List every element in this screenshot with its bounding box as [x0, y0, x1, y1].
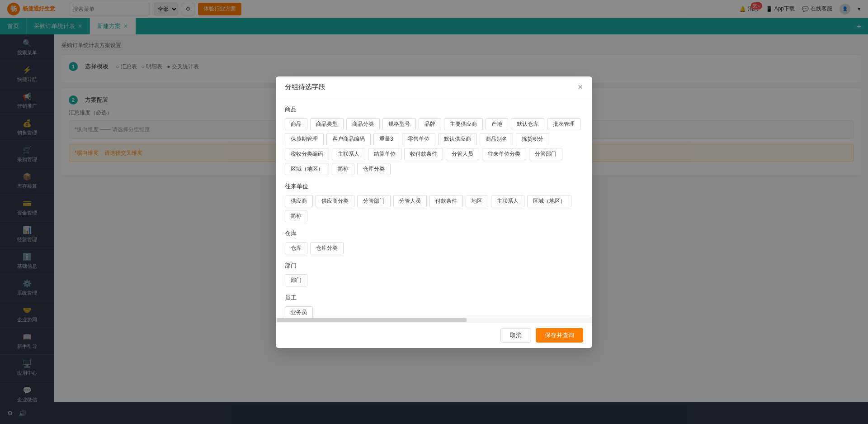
modal-footer: 取消 保存并查询 [276, 322, 592, 348]
field-tag-contacts-0[interactable]: 供应商 [285, 195, 313, 207]
field-tag-contacts-2[interactable]: 分管部门 [357, 195, 391, 207]
field-tag-warehouse-1[interactable]: 仓库分类 [310, 242, 344, 254]
section-employee: 员工 业务员 [285, 294, 583, 318]
field-tag-product-7[interactable]: 默认仓库 [511, 118, 544, 130]
section-employee-title: 员工 [285, 294, 583, 302]
section-warehouse-title: 仓库 [285, 229, 583, 238]
field-tag-product-23[interactable]: 区域（地区） [285, 163, 329, 175]
field-tag-contacts-6[interactable]: 主联系人 [491, 195, 524, 207]
section-contacts: 往来单位 供应商 供应商分类 分管部门 分管人员 付款条件 地区 主联系人 区域… [285, 182, 583, 222]
field-tag-product-16[interactable]: 税收分类编码 [285, 148, 329, 160]
field-tag-product-6[interactable]: 产地 [486, 118, 508, 130]
confirm-button[interactable]: 保存并查询 [536, 328, 583, 343]
field-tag-product-21[interactable]: 往来单位分类 [482, 148, 526, 160]
field-tag-product-3[interactable]: 规格型号 [382, 118, 416, 130]
section-department-fields: 部门 [285, 274, 583, 286]
field-tag-product-13[interactable]: 默认供应商 [438, 133, 477, 145]
field-tag-contacts-1[interactable]: 供应商分类 [316, 195, 354, 207]
field-tag-contacts-8[interactable]: 简称 [285, 210, 307, 222]
modal-title: 分组待选字段 [285, 83, 326, 91]
section-department: 部门 部门 [285, 262, 583, 286]
section-product-fields: 商品 商品类型 商品分类 规格型号 品牌 主要供应商 产地 默认仓库 批次管理 … [285, 118, 583, 175]
field-tag-product-19[interactable]: 收付款条件 [404, 148, 443, 160]
section-warehouse: 仓库 仓库 仓库分类 [285, 229, 583, 254]
field-tag-product-20[interactable]: 分管人员 [446, 148, 479, 160]
modal-overlay: 分组待选字段 ✕ 商品 商品 商品类型 商品分类 规格型号 品牌 主要供应商 产… [0, 0, 868, 424]
field-tag-product-10[interactable]: 客户商品编码 [326, 133, 371, 145]
field-tag-contacts-4[interactable]: 付款条件 [429, 195, 463, 207]
section-employee-fields: 业务员 [285, 306, 583, 318]
modal-close-button[interactable]: ✕ [577, 83, 583, 91]
field-tag-product-12[interactable]: 零售单位 [402, 133, 435, 145]
section-warehouse-fields: 仓库 仓库分类 [285, 242, 583, 254]
field-tag-product-0[interactable]: 商品 [285, 118, 307, 130]
field-tag-product-1[interactable]: 商品类型 [310, 118, 344, 130]
field-tag-product-5[interactable]: 主要供应商 [444, 118, 483, 130]
field-tag-product-11[interactable]: 重量3 [373, 133, 399, 145]
field-tag-emp-0[interactable]: 业务员 [285, 306, 313, 318]
field-tag-product-17[interactable]: 主联系人 [332, 148, 365, 160]
field-tag-product-22[interactable]: 分管部门 [529, 148, 562, 160]
field-tag-dept-0[interactable]: 部门 [285, 274, 307, 286]
modal-body: 商品 商品 商品类型 商品分类 规格型号 品牌 主要供应商 产地 默认仓库 批次… [276, 98, 592, 318]
field-tag-contacts-5[interactable]: 地区 [466, 195, 488, 207]
field-tag-contacts-7[interactable]: 区域（地区） [527, 195, 571, 207]
field-tag-product-4[interactable]: 品牌 [419, 118, 441, 130]
field-tag-product-9[interactable]: 保质期管理 [285, 133, 324, 145]
section-department-title: 部门 [285, 262, 583, 270]
field-tag-product-8[interactable]: 批次管理 [547, 118, 580, 130]
field-tag-product-18[interactable]: 结算单位 [368, 148, 401, 160]
modal-horizontal-scrollbar[interactable] [276, 318, 592, 322]
section-contacts-title: 往来单位 [285, 182, 583, 191]
section-product: 商品 商品 商品类型 商品分类 规格型号 品牌 主要供应商 产地 默认仓库 批次… [285, 105, 583, 175]
cancel-button[interactable]: 取消 [500, 328, 531, 343]
field-tag-warehouse-0[interactable]: 仓库 [285, 242, 307, 254]
field-tag-product-25[interactable]: 仓库分类 [357, 163, 391, 175]
section-product-title: 商品 [285, 105, 583, 114]
field-tag-product-14[interactable]: 商品别名 [480, 133, 513, 145]
modal-dialog: 分组待选字段 ✕ 商品 商品 商品类型 商品分类 规格型号 品牌 主要供应商 产… [276, 76, 592, 348]
modal-header: 分组待选字段 ✕ [276, 76, 592, 98]
section-contacts-fields: 供应商 供应商分类 分管部门 分管人员 付款条件 地区 主联系人 区域（地区） … [285, 195, 583, 222]
field-tag-contacts-3[interactable]: 分管人员 [393, 195, 427, 207]
field-tag-product-24[interactable]: 简称 [332, 163, 354, 175]
field-tag-product-2[interactable]: 商品分类 [346, 118, 380, 130]
field-tag-product-15[interactable]: 拣货积分 [516, 133, 549, 145]
